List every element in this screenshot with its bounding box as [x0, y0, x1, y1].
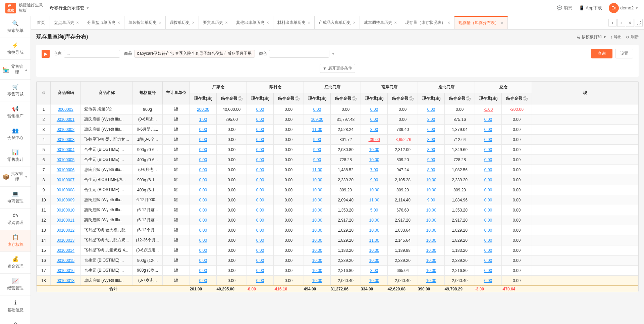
sidebar-item-retail-store[interactable]: 🛒 零售商城	[0, 80, 31, 101]
tab-close-stock-dist[interactable]: ✕	[501, 21, 503, 25]
tab-close-transfer[interactable]: ✕	[192, 21, 195, 25]
tab-close-inventory-branch[interactable]: ✕	[117, 21, 120, 25]
tab-fullscreen-btn[interactable]: ⛶	[635, 19, 643, 27]
cell-total-amt: 0.00	[502, 225, 532, 235]
tab-close-product-in[interactable]: ✕	[353, 21, 356, 25]
tab-close-other-out[interactable]: ✕	[266, 21, 269, 25]
tab-material-out[interactable]: 材料出库单历史 ✕	[273, 16, 315, 29]
sidebar-item-retail-mgmt[interactable]: 🏪 零售管理 ▲	[0, 60, 31, 80]
col-header-yb-amt: 结存金额①	[445, 93, 475, 104]
cell-jb-qty: 10.00	[304, 245, 331, 256]
cell-code: 00100002	[51, 125, 81, 135]
cell-code: 00100007	[51, 175, 81, 185]
product-input[interactable]	[134, 50, 255, 58]
tab-close-cost-adjust[interactable]: ✕	[394, 21, 397, 25]
sidebar-item-inventory[interactable]: 📋 库存核算	[0, 230, 31, 252]
industry-selector[interactable]: 母婴行业演示陈套 ▼	[50, 5, 90, 11]
tab-requisition[interactable]: 要货单历史 ✕	[199, 16, 232, 29]
search-btn[interactable]: 查询	[591, 49, 612, 58]
cell-fj-qty: 0.00	[190, 235, 217, 245]
cell-yb-amt: 728.28	[445, 155, 475, 165]
color-input[interactable]	[269, 50, 329, 58]
tab-inventory-branch[interactable]: 分量盘点单历史 ✕	[83, 16, 124, 29]
color-dropdown-icon[interactable]: ▼	[331, 52, 335, 56]
cell-cc-qty: 0.00	[247, 215, 274, 225]
cc-amt-info[interactable]: ①	[295, 96, 300, 101]
filter-product-group: 商品	[124, 50, 255, 58]
col-header-gear[interactable]: ⚙	[37, 82, 51, 104]
tab-transfer[interactable]: 调拨单历史 ✕	[166, 16, 199, 29]
cell-total-qty: 0.00	[475, 135, 502, 145]
stats-icon: 📊	[12, 149, 19, 155]
gear-icon[interactable]: ⚙	[40, 90, 47, 96]
app-download-btn[interactable]: 📱 App下载	[579, 5, 602, 11]
tab-stock-dist[interactable]: 现存量（库存分布表） ✕	[454, 16, 508, 29]
tab-close-assembly[interactable]: ✕	[159, 21, 161, 25]
cell-total-amt: 0.00	[502, 266, 532, 276]
tab-stock-status[interactable]: 现存量（库存状况表） ✕	[401, 16, 454, 29]
tab-close-stock-status[interactable]: ✕	[447, 21, 450, 25]
cell-na-qty: 3.00	[361, 125, 388, 135]
col-header-jb-amt: 结存金额①	[331, 93, 361, 104]
cell-jb-amt: 2,339.20	[331, 175, 361, 185]
tab-assembly[interactable]: 组装拆卸单历史 ✕	[124, 16, 166, 29]
tab-cost-adjust[interactable]: 成本调整单历史 ✕	[360, 16, 401, 29]
cell-cc-qty: 0.00	[247, 175, 274, 185]
cell-jb-amt: 1,353.20	[331, 205, 361, 215]
user-menu[interactable]: Ea demo2 ▼	[609, 3, 639, 13]
cell-na-amt: -3,652.76	[388, 135, 418, 145]
warehouse-input[interactable]	[64, 50, 120, 58]
yb-amt-info[interactable]: ①	[466, 96, 471, 101]
export-btn[interactable]: ↑ 导出	[610, 34, 622, 40]
setting-btn[interactable]: 设置	[615, 49, 633, 58]
purchase-icon: 🛍	[13, 213, 18, 219]
sidebar-item-marketing[interactable]: 📢 营销推广	[0, 101, 31, 123]
cell-no: 12	[37, 215, 51, 225]
cell-total-qty: 0.00	[475, 165, 502, 175]
jb-amt-info[interactable]: ①	[352, 96, 357, 101]
sidebar-item-shortcut[interactable]: ⚡ 快捷导航	[0, 38, 31, 60]
tab-close-inventory-single[interactable]: ✕	[76, 21, 79, 25]
sidebar-item-operations[interactable]: 📈 经营管理	[0, 274, 31, 295]
cell-fj-qty: 0.00	[190, 256, 217, 266]
sidebar-item-purchase[interactable]: 🛍 采购管理	[0, 209, 31, 230]
table-footer-row: 合计 201.00 40,295.00 -8.00 -416.16 494.00…	[37, 286, 638, 292]
cell-yb-amt: 1,183.20	[445, 245, 475, 256]
tab-inventory-single[interactable]: 盘点单历史 ✕	[50, 16, 83, 29]
sidebar-item-system[interactable]: ⚙ 系统管理	[0, 317, 31, 324]
print-btn[interactable]: 🖨 按模板打印 ▼	[576, 34, 606, 40]
cell-code: 00100005	[51, 155, 81, 165]
total-amt-info[interactable]: ①	[523, 96, 528, 101]
sidebar-item-retail-stats[interactable]: 📊 零售统计	[0, 145, 31, 167]
sidebar-item-ecommerce[interactable]: 💻 电商管理	[0, 187, 31, 209]
sidebar-item-wholesale-mgmt[interactable]: 📦 批发管理 ▼	[0, 167, 31, 187]
sidebar-item-member[interactable]: 👥 会员中心	[0, 123, 31, 145]
footer-fj-qty: 201.00	[190, 286, 217, 292]
tab-home[interactable]: 首页	[32, 16, 50, 29]
sidebar-item-basic-info[interactable]: ℹ 基础信息	[0, 295, 31, 317]
tab-close-requisition[interactable]: ✕	[225, 21, 228, 25]
cell-fj-qty: 0.00	[190, 165, 217, 175]
fj-amt-info[interactable]: ①	[238, 96, 243, 101]
col-header-total-qty: 现存量(主)	[475, 93, 502, 104]
collapse-filter-btn[interactable]: ▶	[42, 50, 50, 58]
expand-filter-btn[interactable]: ▼ 展开更多条件	[320, 64, 355, 73]
refresh-btn[interactable]: ↺ 刷新	[626, 34, 639, 40]
tab-next-btn[interactable]: ›	[617, 19, 625, 27]
tab-product-in[interactable]: 产成品入库单历史 ✕	[315, 16, 360, 29]
cell-na-amt: 2,114.40	[388, 195, 418, 205]
tab-other-out[interactable]: 其他出库单历史 ✕	[232, 16, 273, 29]
cell-fj-qty: 0.00	[190, 195, 217, 205]
tab-close-material-out[interactable]: ✕	[308, 21, 310, 25]
sidebar-item-finance[interactable]: 💰 资金管理	[0, 252, 31, 274]
na-amt-info[interactable]: ①	[409, 96, 414, 101]
cell-cc-amt: 0.00	[274, 145, 304, 155]
cell-spec: (6-12月迹...	[132, 205, 163, 215]
tab-prev-btn[interactable]: ‹	[608, 19, 616, 27]
sidebar-item-search[interactable]: 🔍 搜索英单	[0, 16, 31, 38]
message-btn[interactable]: 💬 消息	[557, 5, 572, 11]
cell-spec: 900g	[132, 104, 163, 114]
cell-na-qty: 10.00	[361, 245, 388, 256]
tab-close-all-btn[interactable]: ✕	[626, 19, 634, 27]
cell-yb-amt: 2,339.20	[445, 256, 475, 266]
